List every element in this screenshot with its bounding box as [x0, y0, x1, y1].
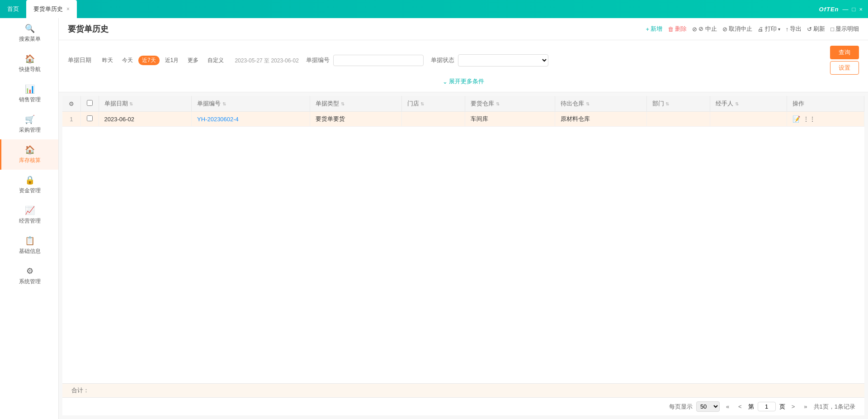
delete-icon: 🗑 — [668, 26, 674, 33]
row-more-icon[interactable]: ⋮⋮ — [803, 115, 816, 123]
sidebar-item-basic-info[interactable]: 📋 基础信息 — [0, 230, 58, 261]
chip-7days[interactable]: 近7天 — [138, 56, 160, 65]
table-body: 1 2023-06-02 YH-20230602-4 要货单要货 车间库 原材料… — [62, 112, 864, 127]
settings-col-header[interactable]: ⚙ — [62, 96, 80, 112]
display-detail-label: 显示明细 — [835, 25, 859, 33]
cancel-stop-button[interactable]: ⊘ 取消中止 — [722, 25, 752, 33]
export-button[interactable]: ↑ 导出 — [786, 25, 802, 33]
row-req-warehouse: 车间库 — [465, 112, 555, 127]
active-tab[interactable]: 要货单历史 × — [26, 0, 77, 18]
setting-button[interactable]: 设置 — [830, 61, 859, 75]
doc-number-input[interactable] — [333, 55, 424, 66]
chip-1month[interactable]: 近1月 — [161, 56, 183, 65]
minimize-btn[interactable]: — — [843, 6, 849, 13]
row-number: YH-20230602-4 — [192, 112, 310, 127]
number-col-header[interactable]: 单据编号 ⇅ — [192, 96, 310, 112]
refresh-button[interactable]: ↺ 刷新 — [807, 25, 825, 33]
sidebar-item-finance[interactable]: 🔒 资金管理 — [0, 170, 58, 200]
delete-button[interactable]: 🗑 删除 — [668, 25, 687, 33]
query-button[interactable]: 查询 — [830, 46, 859, 59]
sidebar-item-inventory-label: 库存核算 — [19, 157, 41, 164]
sidebar-item-inventory[interactable]: 🏠 库存核算 — [0, 139, 58, 170]
store-sort-icon: ⇅ — [420, 101, 424, 106]
prev-page-btn[interactable]: < — [736, 402, 745, 411]
chip-more[interactable]: 更多 — [184, 56, 202, 65]
sidebar-item-purchase[interactable]: 🛒 采购管理 — [0, 109, 58, 139]
close-tab-icon[interactable]: × — [66, 6, 70, 12]
sidebar-item-search-label: 搜索菜单 — [19, 35, 41, 43]
date-col-label: 单据日期 — [104, 100, 128, 107]
purchase-icon: 🛒 — [25, 114, 35, 124]
row-action-icons: 📝 ⋮⋮ — [793, 115, 859, 123]
date-col-header[interactable]: 单据日期 ⇅ — [99, 96, 192, 112]
handler-sort-icon: ⇅ — [735, 101, 739, 106]
add-label: 新增 — [651, 25, 662, 33]
sidebar-item-system-label: 系统管理 — [19, 278, 41, 286]
date-filter-label: 单据日期 — [68, 56, 91, 64]
type-col-header[interactable]: 单据类型 ⇅ — [310, 96, 401, 112]
column-settings-icon[interactable]: ⚙ — [69, 100, 74, 107]
pending-warehouse-col-header[interactable]: 待出仓库 ⇅ — [555, 96, 646, 112]
expand-more-section: ⌄ 展开更多条件 — [68, 75, 859, 86]
department-col-header[interactable]: 部门 ⇅ — [646, 96, 710, 112]
refresh-icon: ↺ — [807, 26, 812, 33]
next-page-btn[interactable]: > — [789, 402, 798, 411]
req-warehouse-col-header[interactable]: 要货仓库 ⇅ — [465, 96, 555, 112]
chip-today[interactable]: 今天 — [118, 56, 137, 65]
handler-col-header[interactable]: 经手人 ⇅ — [710, 96, 787, 112]
sidebar-item-operation[interactable]: 📈 经营管理 — [0, 200, 58, 230]
display-detail-button[interactable]: □ 显示明细 — [830, 25, 859, 33]
sidebar-item-sales[interactable]: 📊 销售管理 — [0, 79, 58, 109]
last-page-btn[interactable]: » — [801, 402, 810, 411]
print-button[interactable]: 🖨 打印 ▾ — [758, 25, 780, 33]
number-col-label: 单据编号 — [197, 100, 221, 107]
quick-nav-icon: 🏠 — [25, 54, 35, 64]
sidebar-item-purchase-label: 采购管理 — [19, 126, 41, 134]
table-header-row: ⚙ 单据日期 ⇅ 单据编号 ⇅ — [62, 96, 864, 112]
window-close-btn[interactable]: × — [859, 6, 863, 13]
row-checkbox[interactable] — [87, 115, 93, 121]
expand-label: 展开更多条件 — [449, 77, 484, 86]
chip-yesterday[interactable]: 昨天 — [99, 56, 117, 65]
page-input[interactable] — [758, 402, 776, 411]
number-sort-icon: ⇅ — [222, 101, 226, 106]
print-chevron-icon: ▾ — [778, 27, 780, 32]
maximize-btn[interactable]: □ — [852, 6, 856, 13]
doc-number-link[interactable]: YH-20230602-4 — [197, 116, 239, 123]
select-all-checkbox[interactable] — [87, 100, 93, 106]
finance-icon: 🔒 — [25, 175, 35, 185]
page-label: 第 — [748, 403, 754, 411]
expand-chevron-icon: ⌄ — [443, 78, 448, 85]
export-label: 导出 — [790, 25, 802, 33]
store-col-header[interactable]: 门店 ⇅ — [401, 96, 465, 112]
home-tab-label: 首页 — [7, 5, 19, 13]
expand-more-btn[interactable]: ⌄ 展开更多条件 — [443, 77, 484, 86]
delete-label: 删除 — [675, 25, 687, 33]
page-summary: 共1页，1条记录 — [814, 403, 855, 411]
add-icon: + — [646, 26, 649, 33]
page-size-select[interactable]: 50 10 20 100 — [696, 401, 720, 412]
stop-icon: ⊘ — [692, 26, 697, 33]
stop-label: ⊘ 中止 — [698, 25, 717, 33]
type-sort-icon: ⇅ — [341, 101, 344, 106]
row-pending-warehouse: 原材料仓库 — [555, 112, 646, 127]
sidebar-item-quick-nav[interactable]: 🏠 快捷导航 — [0, 48, 58, 79]
store-col-label: 门店 — [407, 100, 419, 107]
req-warehouse-col-label: 要货仓库 — [471, 100, 494, 107]
status-select[interactable] — [458, 54, 548, 67]
home-tab[interactable]: 首页 — [0, 0, 26, 18]
row-actions: 📝 ⋮⋮ — [787, 112, 864, 127]
type-col-label: 单据类型 — [316, 100, 339, 107]
row-edit-icon[interactable]: 📝 — [793, 115, 800, 123]
chip-custom[interactable]: 自定义 — [204, 56, 227, 65]
sidebar-item-search[interactable]: 🔍 搜索菜单 — [0, 18, 58, 48]
print-label: 打印 — [765, 25, 777, 33]
table-row: 1 2023-06-02 YH-20230602-4 要货单要货 车间库 原材料… — [62, 112, 864, 127]
cancel-stop-icon: ⊘ — [722, 26, 727, 33]
row-store — [401, 112, 465, 127]
first-page-btn[interactable]: « — [723, 402, 732, 411]
add-button[interactable]: + 新增 — [646, 25, 662, 33]
stop-button[interactable]: ⊘ ⊘ 中止 — [692, 25, 717, 33]
sidebar-item-system[interactable]: ⚙ 系统管理 — [0, 261, 58, 291]
pagination-bar: 每页显示 50 10 20 100 « < 第 页 > » 共1页，1条记录 — [62, 397, 864, 415]
